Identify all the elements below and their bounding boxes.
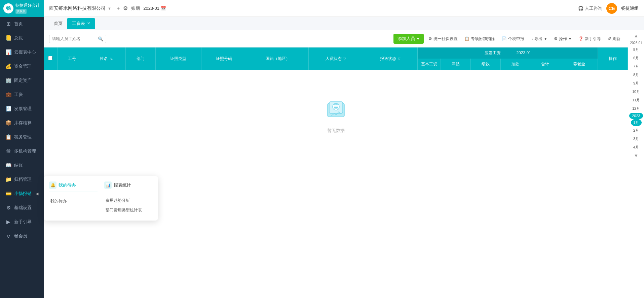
timeline-month-may[interactable]: 5月 xyxy=(628,45,644,54)
submenu-report-header: 📊 报表统计 xyxy=(104,181,153,192)
topbar-actions: + ⚙ xyxy=(117,5,128,11)
refresh-icon: ↺ xyxy=(608,36,611,41)
search-icon[interactable]: 🔍 xyxy=(98,36,103,41)
sidebar-item-member[interactable]: V 畅会员 xyxy=(0,229,44,243)
th-deduction: 扣款 xyxy=(500,59,530,70)
submenu-item-dept-report[interactable]: 部门费用类型统计表 xyxy=(104,205,153,215)
tab-payroll[interactable]: 工资表 ✕ xyxy=(67,18,95,29)
expense-submenu: 🔔 我的待办 我的待办 📊 报表统计 费用趋势分析 部门费用类型统计表 xyxy=(44,176,158,221)
sidebar-item-report[interactable]: 📊 云报表中心 xyxy=(0,45,44,59)
topbar: 西安虾米网络科技有限公司 ▼ + ⚙ 账期 2023-01 📅 🎧 人工咨询 C… xyxy=(44,0,644,17)
payroll-icon: 💼 xyxy=(5,92,11,98)
svg-rect-4 xyxy=(334,107,338,108)
operation-btn[interactable]: ⚙ 操作 ▼ xyxy=(552,35,574,43)
tax-filing-btn[interactable]: 📄 个税申报 xyxy=(500,35,526,43)
report-filter-icon[interactable]: ▽ xyxy=(398,57,401,61)
name-sort-icon[interactable]: ⇅ xyxy=(110,57,113,61)
sidebar-item-assets[interactable]: 🏢 固定资产 xyxy=(0,73,44,88)
topbar-right: 🎧 人工咨询 CE 畅捷通组 xyxy=(578,3,639,14)
payroll-toolbar: 🔍 添加人员 ▼ ⚙ 统一社保设置 📋 专项附加扣除 xyxy=(44,30,628,47)
th-basic-salary: 基本工资 xyxy=(418,59,441,70)
timeline-month-feb[interactable]: 2月 xyxy=(628,126,644,135)
sidebar-item-finance[interactable]: 💰 资金管理 xyxy=(0,59,44,73)
timeline-month-jun[interactable]: 6月 xyxy=(628,54,644,62)
period-value[interactable]: 2023-01 📅 xyxy=(143,6,166,11)
expense-icon: 💳 xyxy=(5,191,11,197)
app-logo: 畅 畅捷通好会计 旗舰版 xyxy=(0,0,44,17)
timeline-month-jul[interactable]: 7月 xyxy=(628,62,644,71)
svg-point-5 xyxy=(334,104,336,105)
timeline-month-apr[interactable]: 4月 xyxy=(628,143,644,152)
select-all-checkbox[interactable] xyxy=(48,56,52,60)
tab-home[interactable]: 首页 xyxy=(49,18,67,29)
company-selector[interactable]: 西安虾米网络科技有限公司 ▼ xyxy=(49,5,111,11)
th-nationality: 国籍（地区） xyxy=(247,47,308,70)
submenu-item-cost-trend[interactable]: 费用趋势分析 xyxy=(104,196,153,205)
timeline-month-mar[interactable]: 3月 xyxy=(628,135,644,143)
timeline-month-aug[interactable]: 8月 xyxy=(628,71,644,79)
timeline-month-nov[interactable]: 11月 xyxy=(628,96,644,104)
timeline-prev-btn[interactable]: ▲ xyxy=(633,32,640,40)
employee-search-input[interactable] xyxy=(52,36,96,41)
invoice-icon: 🧾 xyxy=(5,106,11,112)
social-insurance-btn[interactable]: ⚙ 统一社保设置 xyxy=(426,35,460,43)
th-salary-group: 应发工资 2023.01 xyxy=(418,47,598,59)
sidebar-label-inventory: 库存核算 xyxy=(14,120,32,126)
th-name: 姓名 ⇅ xyxy=(87,47,126,70)
settings-btn[interactable]: ⚙ xyxy=(123,5,128,11)
sidebar: 畅 畅捷通好会计 旗舰版 ⊞ 首页 📒 总账 📊 云报表中心 💰 资金管理 🏢 … xyxy=(0,0,44,298)
empty-icon xyxy=(323,97,349,124)
sidebar-item-home[interactable]: ⊞ 首页 xyxy=(0,17,44,31)
timeline-month-sep[interactable]: 9月 xyxy=(628,79,644,88)
tab-close-btn[interactable]: ✕ xyxy=(87,21,90,26)
employee-search-box[interactable]: 🔍 xyxy=(49,35,106,43)
sidebar-item-inventory[interactable]: 📦 库存核算 xyxy=(0,116,44,130)
sidebar-label-invoice: 发票管理 xyxy=(14,106,32,112)
support-button[interactable]: 🎧 人工咨询 xyxy=(578,5,602,11)
svg-point-6 xyxy=(336,104,338,105)
export-btn[interactable]: ↓ 导出 ▼ xyxy=(529,35,549,43)
timeline-month-oct[interactable]: 10月 xyxy=(628,88,644,96)
sidebar-item-ledger[interactable]: 📒 总账 xyxy=(0,31,44,45)
main-area: 西安虾米网络科技有限公司 ▼ + ⚙ 账期 2023-01 📅 🎧 人工咨询 C… xyxy=(44,0,644,298)
home-icon: ⊞ xyxy=(5,21,11,27)
deduction-icon: 📋 xyxy=(464,36,469,41)
sidebar-item-settings[interactable]: ⚙ 基础设置 xyxy=(0,201,44,215)
finance-icon: 💰 xyxy=(5,63,11,69)
timeline-month-dec[interactable]: 12月 xyxy=(628,104,644,113)
add-employee-button[interactable]: 添加人员 ▼ xyxy=(393,34,424,44)
th-id-number: 证照号码 xyxy=(201,47,247,70)
payroll-table: 工号 姓名 ⇅ 部门 证照类型 xyxy=(44,47,628,70)
payroll-table-container: 工号 姓名 ⇅ 部门 证照类型 xyxy=(44,47,628,298)
sidebar-item-archive[interactable]: 📁 归档管理 xyxy=(0,172,44,187)
status-filter-icon[interactable]: ▽ xyxy=(343,57,346,61)
th-department: 部门 xyxy=(126,47,156,70)
sidebar-item-invoice[interactable]: 🧾 发票管理 xyxy=(0,102,44,116)
multi-org-icon: 🏛 xyxy=(5,148,11,154)
assets-icon: 🏢 xyxy=(5,77,11,84)
sidebar-item-guide[interactable]: ▶ 新手引导 xyxy=(0,215,44,229)
submenu-item-my-todo[interactable]: 我的待办 xyxy=(49,196,98,206)
sidebar-item-payroll[interactable]: 💼 工资 xyxy=(0,88,44,102)
special-deduction-btn[interactable]: 📋 专项附加扣除 xyxy=(462,35,497,43)
th-allowance: 津贴 xyxy=(441,59,471,70)
company-name-text: 西安虾米网络科技有限公司 xyxy=(49,5,106,11)
user-name[interactable]: 畅捷通组 xyxy=(621,5,639,11)
headset-icon: 🎧 xyxy=(578,6,583,11)
sidebar-item-multi-org[interactable]: 🏛 多机构管理 xyxy=(0,144,44,158)
tax-icon2: 📄 xyxy=(502,36,507,41)
guide-btn[interactable]: ❓ 新手引导 xyxy=(576,35,603,43)
sidebar-item-closing[interactable]: 📖 结账 xyxy=(0,158,44,172)
refresh-btn[interactable]: ↺ 刷新 xyxy=(606,35,622,43)
add-company-btn[interactable]: + xyxy=(117,5,120,11)
sidebar-label-home: 首页 xyxy=(14,21,23,27)
sidebar-item-tax[interactable]: 📋 税务管理 xyxy=(0,130,44,144)
select-all-header[interactable] xyxy=(44,47,57,70)
sidebar-item-expense[interactable]: 💳 小畅报销 ◀ xyxy=(0,187,44,201)
social-icon: ⚙ xyxy=(428,36,432,41)
timeline-month-jan[interactable]: 1月 xyxy=(631,119,642,126)
company-chevron-icon: ▼ xyxy=(108,6,111,10)
timeline-next-btn[interactable]: ▼ xyxy=(633,152,640,160)
export-icon: ↓ xyxy=(531,36,533,41)
submenu-todo-header: 🔔 我的待办 xyxy=(49,181,98,192)
